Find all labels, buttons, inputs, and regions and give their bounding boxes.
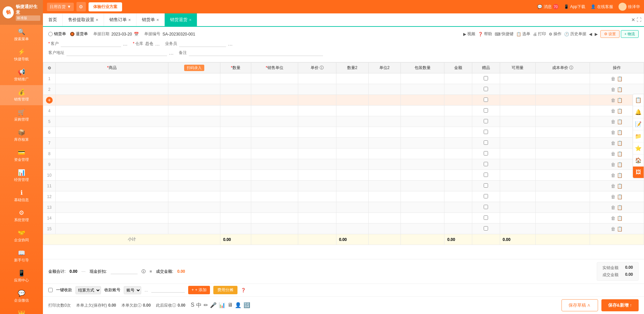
product-cell[interactable] [56,84,168,95]
copy-row-icon[interactable]: 📋 [617,130,623,135]
sidebar-item-sales[interactable]: 💰 销售管理 [0,85,43,105]
video-help-button[interactable]: ▶ 视频 [463,30,475,38]
price-cell[interactable] [298,148,336,159]
qty-cell[interactable] [220,170,251,181]
amount-cell[interactable] [444,138,472,148]
unit2-cell[interactable] [368,159,400,170]
unit-cell[interactable] [251,170,298,181]
price-cell[interactable] [298,202,336,213]
settlement-select[interactable]: 结算方式 [75,286,101,294]
copy-row-icon[interactable]: 📋 [617,119,623,124]
pack-qty-cell[interactable] [400,224,444,234]
gift-cell[interactable] [472,159,500,170]
print-button[interactable]: 🖨 打印 [533,30,546,38]
unit2-cell[interactable] [368,181,400,191]
gift-checkbox[interactable] [484,87,488,91]
amount-cell[interactable] [444,170,472,181]
product-cell[interactable] [56,224,168,234]
copy-row-icon[interactable]: 📋 [617,151,623,156]
sidebar-item-vip[interactable]: 👑 畅会员 [0,306,43,314]
sidebar-item-finance[interactable]: 💳 资金管理 [0,145,43,166]
qty2-cell[interactable] [336,127,368,138]
tab-sales-bill-close-icon[interactable]: ✕ [156,18,159,22]
copy-row-icon[interactable]: 📋 [617,140,623,146]
unit-cell[interactable] [251,191,298,202]
qty-cell[interactable] [220,213,251,224]
pack-qty-cell[interactable] [400,84,444,95]
gift-checkbox[interactable] [484,151,488,155]
unit-cell[interactable] [251,116,298,127]
history-button[interactable]: 🕐 历史单据 [564,30,586,38]
unit2-cell[interactable] [368,106,400,116]
sidebar-item-basics[interactable]: ℹ 基础信息 [0,186,43,206]
account-select[interactable]: 账号 [124,286,141,294]
right-tool-edit[interactable]: 📝 [633,118,644,130]
copy-row-icon[interactable]: 📋 [617,215,623,221]
qty-cell[interactable] [220,191,251,202]
sidebar-item-appstore[interactable]: 📱 应用中心 [0,266,43,286]
gift-checkbox[interactable] [484,76,488,80]
unit-cell[interactable] [251,202,298,213]
price-cell[interactable] [298,73,336,84]
gift-cell[interactable] [472,170,500,181]
delete-row-icon[interactable]: 🗑 [611,87,615,92]
price-cell[interactable] [298,138,336,148]
gift-cell[interactable] [472,138,500,148]
unit2-cell[interactable] [368,138,400,148]
price-cell[interactable] [298,159,336,170]
amount-cell[interactable] [444,127,472,138]
operate-button[interactable]: ⚙ 操作 [549,30,561,38]
qty-cell[interactable] [220,84,251,95]
unit-cell[interactable] [251,84,298,95]
unit2-cell[interactable] [368,224,400,234]
delete-row-icon[interactable]: 🗑 [611,108,615,114]
unit-cell[interactable] [251,127,298,138]
staff-select-icon[interactable]: ... [228,41,232,47]
gift-checkbox-active[interactable] [484,98,488,102]
gift-checkbox[interactable] [484,130,488,134]
qty2-cell[interactable] [336,138,368,148]
sidebar-item-wechat[interactable]: 💬 企业微信 [0,286,43,306]
unit-cell[interactable] [251,159,298,170]
delete-row-icon[interactable]: 🗑 [611,130,615,135]
delete-row-icon[interactable]: 🗑 [611,173,615,178]
calendar-icon[interactable]: 📅 [134,32,139,37]
copy-row-icon[interactable]: 📋 [617,76,623,81]
pack-qty-cell[interactable] [400,159,444,170]
gift-cell[interactable] [472,148,500,159]
qty2-cell[interactable] [336,106,368,116]
amount-cell[interactable] [444,191,472,202]
amount-cell[interactable] [444,84,472,95]
status-icon-2[interactable]: ✏ [204,302,208,309]
unit-cell-active[interactable] [251,95,298,106]
pack-qty-cell[interactable] [400,213,444,224]
right-tool-star[interactable]: ⭐ [633,142,644,154]
status-icon-1[interactable]: 中 [196,302,202,309]
tab-sales-order[interactable]: 销售订单 ✕ [104,13,137,26]
product-cell[interactable] [56,116,168,127]
price-cell[interactable] [298,106,336,116]
status-icon-6[interactable]: 👤 [235,302,241,309]
pack-qty-cell[interactable] [400,202,444,213]
delete-row-icon[interactable]: 🗑 [611,215,615,221]
gift-checkbox[interactable] [484,173,488,177]
address-input[interactable] [66,50,167,56]
price-cell[interactable] [298,84,336,95]
gift-checkbox[interactable] [484,215,488,220]
price-cell[interactable] [298,213,336,224]
topbar-gear-button[interactable]: ⚙ [76,2,86,11]
staff-input[interactable] [179,41,226,47]
product-cell[interactable] [56,181,168,191]
sidebar-item-operations[interactable]: 📊 经营管理 [0,166,43,186]
qty-cell[interactable] [220,116,251,127]
gift-checkbox[interactable] [484,183,488,188]
price-cell[interactable] [298,116,336,127]
qty2-cell[interactable] [336,191,368,202]
next-record-button[interactable]: ▶ [595,30,598,38]
sidebar-item-guide[interactable]: 📖 新手引导 [0,246,43,266]
qty-cell[interactable] [220,138,251,148]
copy-row-icon[interactable]: 📋 [617,173,623,178]
unit2-cell[interactable] [368,170,400,181]
copy-row-icon[interactable]: 📋 [617,194,623,199]
delete-row-icon[interactable]: 🗑 [611,183,615,189]
